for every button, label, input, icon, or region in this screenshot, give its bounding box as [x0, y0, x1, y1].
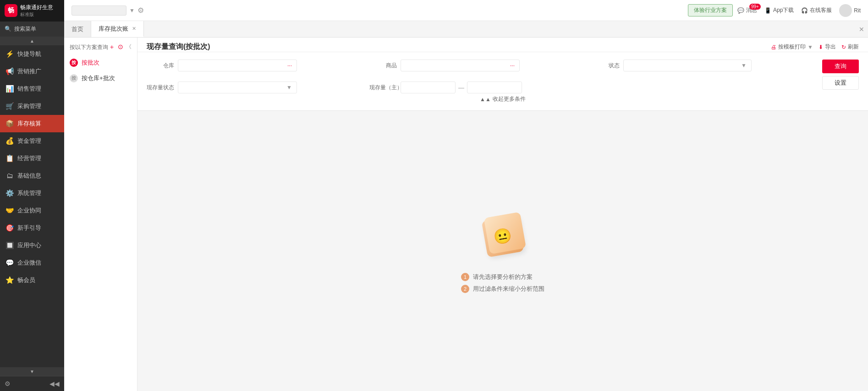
enterprise-icon: 🤝	[5, 206, 14, 215]
collapse-panel-icon[interactable]: 《	[126, 43, 132, 51]
operations-icon: 📋	[5, 154, 14, 163]
export-icon: ⬇	[819, 44, 823, 50]
sidebar-item-label: 营销推广	[17, 67, 41, 76]
sidebar-item-newbie[interactable]: 🎯 新手引导	[0, 219, 64, 237]
online-service-button[interactable]: 🎧 在线客服	[801, 6, 832, 14]
empty-state: 😐 1 请先选择要分析的方案 2 用过滤条件来缩小分析范围	[137, 111, 868, 391]
refresh-button[interactable]: ↻ 刷新	[841, 43, 859, 51]
print-button[interactable]: 🖨 按模板打印 ▼	[771, 43, 813, 51]
messages-button[interactable]: 💬 消息 99+	[737, 6, 757, 14]
stock-status-chevron-icon: ▼	[286, 84, 292, 91]
finance-icon: 💰	[5, 137, 14, 145]
sidebar-item-label: 企业协同	[17, 206, 41, 215]
status-select[interactable]: ▼	[623, 60, 752, 71]
sidebar-item-basic[interactable]: 🗂 基础信息	[0, 167, 64, 185]
warehouse-input[interactable]: ···	[178, 60, 297, 71]
trial-button[interactable]: 体验行业方案	[688, 4, 733, 16]
user-area[interactable]: Rit	[839, 4, 861, 17]
sidebar-item-inventory[interactable]: 📦 库存核算	[0, 115, 64, 132]
app-title: 畅康通好生意	[20, 4, 53, 11]
query-button[interactable]: 查询	[822, 60, 859, 73]
sidebar-item-marketing[interactable]: 📢 营销推广	[0, 63, 64, 80]
sidebar-search[interactable]: 🔍 搜索菜单	[0, 22, 64, 37]
settings-icon[interactable]: ⚙	[5, 380, 11, 387]
quick-nav-icon: ⚡	[5, 50, 14, 58]
sidebar-item-label: 畅会员	[17, 276, 35, 284]
stock-qty-min-input[interactable]	[401, 81, 456, 93]
empty-illustration: 😐	[482, 215, 524, 258]
purchase-icon: 🛒	[5, 102, 14, 110]
filter-actions: 查询 设置	[822, 60, 859, 90]
page-title: 现存量查询(按批次)	[147, 42, 210, 52]
scroll-down-arrow[interactable]: ▼	[0, 367, 64, 376]
sidebar-item-apps[interactable]: 🔲 应用中心	[0, 237, 64, 254]
filter-status-group: 状态 ▼	[592, 60, 809, 71]
range-dash: —	[458, 84, 464, 91]
sidebar-item-operations[interactable]: 📋 经营管理	[0, 150, 64, 167]
tip-2-num: 2	[461, 285, 469, 293]
scheme-settings-icon[interactable]: ⊙	[118, 43, 123, 51]
sidebar-item-label: 销售管理	[17, 85, 41, 93]
stock-qty-max-input[interactable]	[467, 81, 522, 93]
sidebar-item-label: 快捷导航	[17, 50, 41, 58]
tab-close-button[interactable]: ✕	[855, 21, 868, 38]
sidebar-item-label: 资金管理	[17, 137, 41, 145]
stock-status-select[interactable]: ▼	[178, 81, 297, 93]
tip-1-text: 请先选择要分析的方案	[473, 273, 533, 281]
status-chevron-icon: ▼	[741, 62, 747, 69]
print-chevron-icon[interactable]: ▼	[808, 44, 813, 50]
tabs-bar: 首页 库存批次账 ✕ ✕	[64, 21, 868, 38]
tab-batch-label: 库存批次账	[99, 25, 128, 33]
sidebar-item-system[interactable]: ⚙️ 系统管理	[0, 185, 64, 202]
settings-button[interactable]: 设置	[822, 76, 859, 90]
scheme-item-batch[interactable]: 按 按批次	[64, 55, 137, 71]
left-panel-title: 按以下方案查询	[70, 43, 108, 51]
print-icon: 🖨	[771, 44, 776, 50]
avatar	[839, 4, 852, 17]
empty-tip-2: 2 用过滤条件来缩小分析范围	[461, 285, 544, 293]
tab-home[interactable]: 首页	[64, 21, 91, 37]
page-content: 按以下方案查询 ＋ ⊙ 《 按 按批次 按 按仓库+批次 现存量查询(按批次)	[64, 38, 868, 391]
product-input[interactable]: ···	[401, 60, 520, 71]
topbar-right: 💬 消息 99+ 📱 App下载 🎧 在线客服 Rit	[737, 4, 861, 17]
sidebar-item-label: 库存核算	[17, 119, 41, 128]
sidebar-item-member[interactable]: ⭐ 畅会员	[0, 272, 64, 289]
sidebar-nav: ⚡ 快捷导航 📢 营销推广 📊 销售管理 🛒 采购管理 📦 库存核算 💰 资金管…	[0, 45, 64, 367]
app-subtitle: 标准版	[20, 11, 53, 18]
main-area: ▼ ⚙ 体验行业方案 💬 消息 99+ 📱 App下载 🎧 在线客服 Rit	[64, 0, 868, 391]
refresh-icon: ↻	[841, 44, 846, 50]
topbar-gear-icon[interactable]: ⚙	[137, 6, 144, 15]
tab-home-label: 首页	[71, 25, 83, 33]
sidebar-header: 畅 畅康通好生意 标准版	[0, 0, 64, 22]
collapse-more-button[interactable]: ▲▲ 收起更多条件	[147, 93, 859, 103]
scheme-dot-warehouse: 按	[70, 74, 78, 82]
scroll-up-arrow[interactable]: ▲	[0, 37, 64, 45]
sidebar-item-enterprise[interactable]: 🤝 企业协同	[0, 202, 64, 219]
basic-icon: 🗂	[5, 172, 14, 179]
scheme-item-warehouse-batch[interactable]: 按 按仓库+批次	[64, 71, 137, 86]
stock-qty-range: —	[401, 81, 587, 93]
export-button[interactable]: ⬇ 导出	[819, 43, 836, 51]
warehouse-label: 仓库	[147, 62, 174, 70]
topbar: ▼ ⚙ 体验行业方案 💬 消息 99+ 📱 App下载 🎧 在线客服 Rit	[64, 0, 868, 21]
sales-icon: 📊	[5, 85, 14, 93]
collapse-icon[interactable]: ◀◀	[49, 380, 60, 387]
filter-area: 仓库 ··· 商品 ···	[137, 52, 868, 111]
topbar-chevron-icon[interactable]: ▼	[129, 7, 135, 14]
tab-batch-account[interactable]: 库存批次账 ✕	[91, 21, 144, 37]
sidebar-item-wechat[interactable]: 💬 企业微信	[0, 254, 64, 272]
sidebar-item-sales[interactable]: 📊 销售管理	[0, 80, 64, 98]
sidebar-item-label: 企业微信	[17, 259, 41, 267]
topbar-search-input[interactable]	[71, 5, 126, 16]
tab-close-icon[interactable]: ✕	[132, 26, 136, 32]
scheme-label-batch: 按批次	[82, 59, 99, 67]
app-download-button[interactable]: 📱 App下载	[764, 6, 794, 14]
sidebar-item-quick-nav[interactable]: ⚡ 快捷导航	[0, 45, 64, 63]
messages-badge: 99+	[749, 4, 761, 10]
add-scheme-icon[interactable]: ＋	[109, 43, 115, 51]
sidebar-item-finance[interactable]: 💰 资金管理	[0, 132, 64, 150]
app-title-block: 畅康通好生意 标准版	[20, 4, 53, 18]
sidebar-item-purchase[interactable]: 🛒 采购管理	[0, 98, 64, 115]
member-icon: ⭐	[5, 276, 14, 284]
collapse-chevron-icon: ▲▲	[480, 96, 491, 103]
